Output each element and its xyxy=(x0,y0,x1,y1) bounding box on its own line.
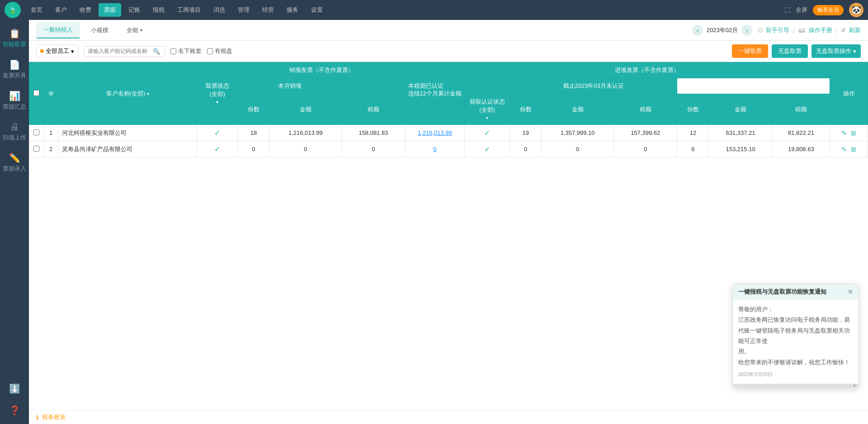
manual-link[interactable]: 操作手册 xyxy=(809,26,832,34)
row1-actions: ✎ ⊞ xyxy=(830,125,868,141)
sidebar-item-invoice-summary[interactable]: 📊 票据汇总 xyxy=(0,87,29,114)
account-checkbox[interactable] xyxy=(170,48,176,54)
row1-copy-icon[interactable]: ⊞ xyxy=(851,129,856,137)
vip-button[interactable]: 畅享会员 xyxy=(813,5,844,15)
sidebar: 📋 智能取票 📄 发票开具 📊 票据汇总 🖨 扫描上传 ✏️ 票据录入 ⬇️ ❓ xyxy=(0,20,29,424)
company-filter-icon[interactable]: ▾ xyxy=(147,91,149,96)
row1-purch-cert-count: 19 xyxy=(510,125,542,141)
new-guide-link[interactable]: 新手引导 xyxy=(766,26,789,34)
checkbox-account[interactable]: 名下账套 xyxy=(170,47,202,55)
notification-header: 一键报税与无盘取票功能恢复通知 ✕ xyxy=(733,284,859,300)
row2-checkbox[interactable] xyxy=(29,141,44,157)
row1-no: 1 xyxy=(44,125,58,141)
nav-operation[interactable]: 经营 xyxy=(257,3,279,17)
row1-sales-amount: 1,216,013.99 xyxy=(269,125,342,141)
scan-upload-icon: 🖨 xyxy=(10,122,19,132)
notification-popup: 一键报税与无盘取票功能恢复通知 ✕ 尊敬的用户： 江苏政务网已恢复访问电子税务局… xyxy=(732,284,859,388)
search-input[interactable] xyxy=(88,48,151,54)
col-purchase-group-header: 进项发票（不含作废票） xyxy=(465,62,830,78)
row1-purch-uncert-amount: 631,337.21 xyxy=(709,125,772,141)
row2-status-check-icon: ✓ xyxy=(214,145,220,153)
tab-all[interactable]: 全能 ▾ xyxy=(119,23,150,38)
notification-line1: 尊敬的用户： xyxy=(738,304,853,314)
refresh-link[interactable]: 刷新 xyxy=(849,26,861,34)
prev-month-button[interactable]: ‹ xyxy=(692,25,703,36)
sidebar-item-smart-fetch[interactable]: 📋 智能取票 xyxy=(0,24,29,52)
row2-purch-status: ✓ xyxy=(465,141,510,157)
nav-manage[interactable]: 管理 xyxy=(232,3,255,17)
table-row: 2 灵寿县尚泽矿产品有限公司 ✓ 0 0 0 0 ✓ 0 0 0 6 153,2… xyxy=(29,141,868,157)
app-logo: 🍃 xyxy=(5,2,21,18)
nav-menu: 首页 客户 收费 票据 记账 报税 工商项目 消息 管理 经营 服务 设置 xyxy=(25,3,784,17)
col-sales-month-header: 本月销项 xyxy=(238,78,342,94)
notification-date: 2023年3月20日 xyxy=(738,370,853,379)
row1-status: ✓ xyxy=(197,125,238,141)
no-disk-op-button[interactable]: 无盘取票操作 ▾ xyxy=(811,44,861,58)
col-status-header: 取票状态(全部) ▾ xyxy=(197,62,238,125)
employee-select-dropdown-icon: ▾ xyxy=(71,48,74,55)
row2-copy-icon[interactable]: ⊞ xyxy=(851,146,856,153)
current-month-label: 2023年02月 xyxy=(707,26,738,34)
employee-select[interactable]: 全部员工 ▾ xyxy=(36,45,78,57)
row2-purch-uncert-tax: 19,808.63 xyxy=(772,141,830,157)
nav-settings[interactable]: 设置 xyxy=(306,3,328,17)
taxdisk-checkbox[interactable] xyxy=(207,48,213,54)
checkbox-taxdisk[interactable]: 有税盘 xyxy=(207,47,232,55)
nav-message[interactable]: 消息 xyxy=(208,3,231,17)
one-click-fetch-button[interactable]: 一键取票 xyxy=(732,44,768,58)
next-month-button[interactable]: › xyxy=(741,25,752,36)
sidebar-label-scan-upload: 扫描上传 xyxy=(3,133,26,142)
sidebar-item-scan-upload[interactable]: 🖨 扫描上传 xyxy=(0,118,29,145)
tab-general[interactable]: 一般纳税人 xyxy=(36,22,80,38)
sidebar-item-invoice-open[interactable]: 📄 发票开具 xyxy=(0,56,29,83)
no-disk-fetch-button[interactable]: 无盘取票 xyxy=(772,44,808,58)
row2-sales-tax: 0 xyxy=(342,141,405,157)
tax-policy-link[interactable]: 税务政策 xyxy=(42,413,66,421)
row1-purch-uncert-count: 12 xyxy=(677,125,709,141)
nav-client[interactable]: 客户 xyxy=(50,3,72,17)
sidebar-label-invoice-summary: 票据汇总 xyxy=(3,103,26,111)
row2-no: 2 xyxy=(44,141,58,157)
fullscreen-icon[interactable]: ⛶ xyxy=(784,7,790,14)
col-purchase-uncert-header: 截止2023年03月未认证 xyxy=(510,78,677,94)
sidebar-item-data-entry[interactable]: ✏️ 票据录入 xyxy=(0,149,29,176)
notification-title: 一键报税与无盘取票功能恢复通知 xyxy=(738,288,826,296)
row2-purch-cert-count: 0 xyxy=(510,141,542,157)
nav-home[interactable]: 首页 xyxy=(25,3,48,17)
notification-close-button[interactable]: ✕ xyxy=(848,288,853,295)
month-navigator: ‹ 2023年02月 › xyxy=(692,25,752,36)
row2-cumulative[interactable]: 0 xyxy=(405,141,464,157)
row2-edit-icon[interactable]: ✎ xyxy=(841,146,847,153)
search-icon[interactable]: 🔍 xyxy=(153,48,160,55)
sidebar-help[interactable]: ❓ xyxy=(7,401,22,419)
nav-income[interactable]: 收费 xyxy=(74,3,97,17)
col-purch-uncert-amount: 金额 xyxy=(709,94,772,125)
tab-general-label: 一般纳税人 xyxy=(43,26,73,34)
nav-tax[interactable]: 报税 xyxy=(147,3,170,17)
nav-accounting[interactable]: 记账 xyxy=(123,3,146,17)
purch-status-filter-icon[interactable]: ▾ xyxy=(486,115,488,120)
col-sales-tax: 税额 xyxy=(342,94,405,125)
row1-purch-status: ✓ xyxy=(465,125,510,141)
row2-purch-cert-amount: 0 xyxy=(542,141,614,157)
notification-scrollbar[interactable]: ▼ xyxy=(733,384,859,387)
status-filter-icon[interactable]: ▾ xyxy=(216,100,218,105)
select-all-checkbox[interactable] xyxy=(33,90,39,96)
col-purch-uncert-count: 份数 xyxy=(677,94,709,125)
tab-small[interactable]: 小规模 xyxy=(84,23,116,38)
notification-line3: 用。 xyxy=(738,346,853,357)
col-sales-count: 份数 xyxy=(238,94,269,125)
nav-invoice[interactable]: 票据 xyxy=(99,3,121,17)
avatar[interactable]: 🐼 xyxy=(849,3,863,17)
sidebar-download[interactable]: ⬇️ xyxy=(7,380,22,398)
row1-cumulative[interactable]: 1,216,013.99 xyxy=(405,125,464,141)
fullscreen-label[interactable]: 全屏 xyxy=(796,6,807,14)
top-navigation: 🍃 首页 客户 收费 票据 记账 报税 工商项目 消息 管理 经营 服务 设置 … xyxy=(0,0,868,20)
row1-checkbox[interactable] xyxy=(29,125,44,141)
nav-business[interactable]: 工商项目 xyxy=(172,3,206,17)
select-dot xyxy=(40,49,44,53)
settings-icon[interactable]: ⚙ xyxy=(48,90,54,97)
row1-edit-icon[interactable]: ✎ xyxy=(841,129,847,137)
tax-policy-icon: ℹ xyxy=(36,414,38,421)
nav-service[interactable]: 服务 xyxy=(281,3,304,17)
